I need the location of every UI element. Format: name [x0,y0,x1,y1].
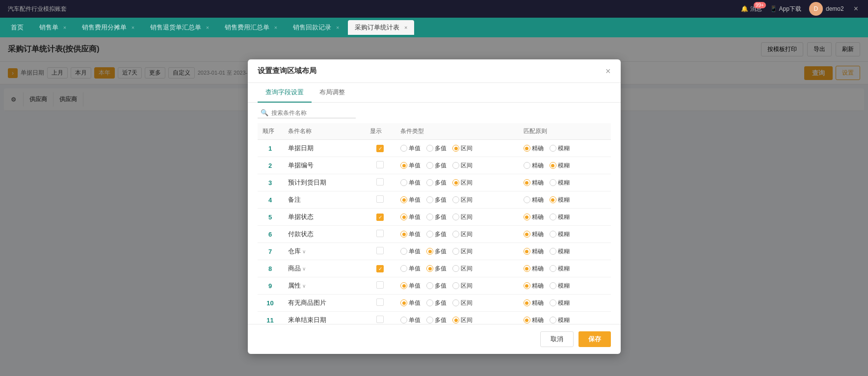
row-show[interactable] [365,243,396,260]
type-radio-区间[interactable]: 区间 [452,179,473,187]
show-checkbox[interactable] [376,247,384,254]
type-radio-区间[interactable]: 区间 [452,247,473,256]
row-show[interactable] [365,277,396,295]
match-radio-模糊[interactable]: 模糊 [550,230,570,239]
nav-item-sales[interactable]: 销售单 × [32,20,73,35]
type-radio-多值[interactable]: 多值 [426,196,447,204]
app-download-btn[interactable]: 📱 App下载 [770,5,801,13]
type-radio-多值[interactable]: 多值 [426,230,447,239]
match-radio-精确[interactable]: 精确 [524,282,544,290]
type-radio-多值[interactable]: 多值 [426,213,447,221]
close-icon[interactable]: × [404,25,407,30]
type-radio-区间[interactable]: 区间 [452,265,473,273]
type-radio-单值[interactable]: 单值 [400,144,421,153]
cancel-button[interactable]: 取消 [540,331,574,347]
top-close-button[interactable]: × [852,2,860,15]
show-checkbox[interactable] [376,178,384,186]
row-show[interactable] [365,226,396,243]
close-icon[interactable]: × [206,25,209,30]
match-radio-精确[interactable]: 精确 [524,316,544,324]
show-checkbox[interactable] [376,265,384,272]
close-icon[interactable]: × [132,25,134,30]
row-show[interactable] [365,191,396,209]
type-radio-单值[interactable]: 单值 [400,179,421,187]
type-radio-多值[interactable]: 多值 [426,144,447,153]
match-radio-模糊[interactable]: 模糊 [550,161,570,170]
nav-item-sales-fee[interactable]: 销售费用分摊单 × [75,20,141,35]
show-checkbox[interactable] [376,161,384,168]
type-radio-单值[interactable]: 单值 [400,247,421,256]
notification-btn[interactable]: 🔔 消息 99+ [741,5,762,13]
type-radio-区间[interactable]: 区间 [452,230,473,239]
row-show[interactable] [365,174,396,191]
match-radio-模糊[interactable]: 模糊 [550,299,570,307]
show-checkbox[interactable] [376,214,384,221]
match-radio-模糊[interactable]: 模糊 [550,316,570,324]
row-show[interactable] [365,260,396,277]
match-radio-模糊[interactable]: 模糊 [550,196,570,204]
match-radio-模糊[interactable]: 模糊 [550,213,570,221]
type-radio-单值[interactable]: 单值 [400,299,421,307]
row-show[interactable] [365,157,396,174]
modal-close-button[interactable]: × [605,67,611,76]
type-radio-多值[interactable]: 多值 [426,265,447,273]
nav-item-payment[interactable]: 销售回款记录 × [286,20,346,35]
show-checkbox[interactable] [376,281,384,289]
type-radio-多值[interactable]: 多值 [426,179,447,187]
type-radio-单值[interactable]: 单值 [400,282,421,290]
match-radio-模糊[interactable]: 模糊 [550,179,570,187]
type-radio-多值[interactable]: 多值 [426,282,447,290]
match-radio-模糊[interactable]: 模糊 [550,282,570,290]
nav-item-sales-summary[interactable]: 销售费用汇总单 × [218,20,284,35]
match-radio-精确[interactable]: 精确 [524,299,544,307]
match-radio-精确[interactable]: 精确 [524,196,544,204]
type-radio-区间[interactable]: 区间 [452,144,473,153]
user-area[interactable]: D demo2 [809,2,844,16]
match-radio-精确[interactable]: 精确 [524,161,544,170]
type-radio-区间[interactable]: 区间 [452,299,473,307]
close-icon[interactable]: × [274,25,277,30]
type-radio-区间[interactable]: 区间 [452,282,473,290]
type-radio-区间[interactable]: 区间 [452,316,473,324]
match-radio-精确[interactable]: 精确 [524,247,544,256]
show-checkbox[interactable] [376,298,384,306]
type-radio-多值[interactable]: 多值 [426,161,447,170]
type-radio-单值[interactable]: 单值 [400,316,421,324]
close-icon[interactable]: × [63,25,66,30]
match-radio-精确[interactable]: 精确 [524,265,544,273]
type-radio-单值[interactable]: 单值 [400,161,421,170]
tab-query-fields[interactable]: 查询字段设置 [258,83,312,103]
type-radio-区间[interactable]: 区间 [452,196,473,204]
search-input[interactable] [271,109,350,116]
nav-item-sales-return[interactable]: 销售退货单汇总单 × [143,20,216,35]
row-show[interactable] [365,312,396,324]
type-radio-单值[interactable]: 单值 [400,230,421,239]
nav-item-purchase[interactable]: 采购订单统计表 × [348,20,414,35]
close-icon[interactable]: × [336,25,339,30]
show-checkbox[interactable] [376,195,384,203]
type-radio-单值[interactable]: 单值 [400,196,421,204]
show-checkbox[interactable] [376,145,384,152]
type-radio-单值[interactable]: 单值 [400,265,421,273]
match-radio-精确[interactable]: 精确 [524,230,544,239]
nav-item-home[interactable]: 首页 [4,20,30,35]
row-show[interactable] [365,140,396,157]
match-radio-精确[interactable]: 精确 [524,179,544,187]
show-checkbox[interactable] [376,230,384,237]
type-radio-多值[interactable]: 多值 [426,247,447,256]
type-radio-单值[interactable]: 单值 [400,213,421,221]
type-radio-多值[interactable]: 多值 [426,316,447,324]
type-radio-区间[interactable]: 区间 [452,161,473,170]
row-show[interactable] [365,295,396,312]
show-checkbox[interactable] [376,316,384,323]
match-radio-模糊[interactable]: 模糊 [550,144,570,153]
save-button[interactable]: 保存 [579,331,611,347]
row-show[interactable] [365,209,396,226]
match-radio-精确[interactable]: 精确 [524,144,544,153]
type-radio-多值[interactable]: 多值 [426,299,447,307]
tab-layout[interactable]: 布局调整 [312,83,353,103]
match-radio-模糊[interactable]: 模糊 [550,265,570,273]
match-radio-模糊[interactable]: 模糊 [550,247,570,256]
match-radio-精确[interactable]: 精确 [524,213,544,221]
type-radio-区间[interactable]: 区间 [452,213,473,221]
